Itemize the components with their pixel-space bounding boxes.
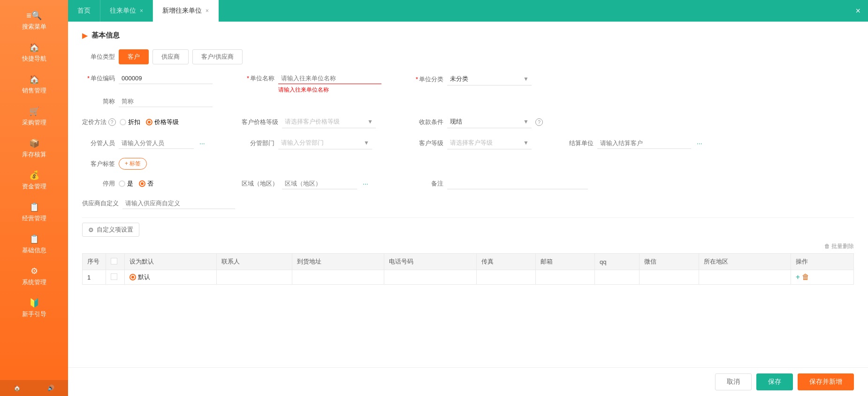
region-label: 区域（地区）: [242, 179, 278, 188]
unit-category-value: 未分类: [450, 75, 521, 83]
disabled-no-option[interactable]: 否: [139, 179, 153, 188]
disabled-yes-option[interactable]: 是: [119, 179, 133, 188]
dept-label: 分管部门: [242, 139, 274, 148]
sidebar-item-label: 搜索菜单: [22, 23, 46, 31]
type-btn-customer[interactable]: 客户: [119, 49, 149, 64]
add-tag-button[interactable]: + 标签: [119, 158, 147, 170]
inventory-icon: 📦: [29, 138, 39, 148]
pricing-level-option[interactable]: 价格等级: [146, 118, 179, 126]
newbie-icon: 🔰: [29, 298, 39, 308]
customer-price-arrow: ▼: [367, 118, 373, 125]
select-all-checkbox[interactable]: [111, 258, 117, 264]
type-btn-both[interactable]: 客户/供应商: [192, 49, 243, 64]
supplier-custom-row: 供应商自定义: [82, 198, 854, 209]
sidebar-item-basic[interactable]: 📋 基础信息: [0, 228, 68, 260]
sidebar-home-button[interactable]: 🏠: [0, 380, 34, 396]
sidebar-item-system[interactable]: ⚙ 系统管理: [0, 260, 68, 292]
content-area: ▶ 基本信息 单位类型 客户 供应商 客户/供应商 *单位编码 *单位: [68, 22, 868, 367]
cancel-button[interactable]: 取消: [715, 373, 752, 390]
delete-row-button[interactable]: 🗑: [802, 273, 809, 281]
pricing-hint-icon[interactable]: ?: [108, 118, 116, 126]
pricing-radio-group: 折扣 价格等级: [120, 118, 179, 126]
save-and-add-button[interactable]: 保存并新增: [798, 373, 854, 390]
sidebar-item-newbie[interactable]: 🔰 新手引导: [0, 292, 68, 324]
col-wechat: 微信: [640, 254, 699, 270]
tags-group: 客户标签 + 标签: [82, 158, 854, 170]
default-radio-circle[interactable]: [129, 274, 136, 280]
unit-type-buttons: 客户 供应商 客户/供应商: [119, 49, 243, 64]
pricing-level-radio[interactable]: [146, 119, 152, 125]
row-address: [292, 270, 384, 285]
unit-category-select[interactable]: 未分类 ▼: [447, 73, 532, 85]
payment-hint-icon[interactable]: ?: [535, 118, 543, 126]
region-more-btn[interactable]: ···: [361, 180, 370, 187]
pricing-group: 定价方法 ? 折扣 价格等级: [82, 118, 223, 126]
row-contact: [217, 270, 292, 285]
tab-contacts-close[interactable]: ×: [140, 8, 143, 14]
custom-settings-button[interactable]: ⚙ 自定义项设置: [82, 223, 139, 237]
col-qq: qq: [595, 254, 640, 270]
basic-icon: 📋: [29, 234, 39, 244]
sidebar-item-label: 基础信息: [22, 246, 46, 255]
row-default-radio[interactable]: 默认: [129, 273, 212, 281]
sidebar-item-label: 资金管理: [22, 182, 46, 191]
row-checkbox: [106, 270, 125, 285]
tab-new-contact-close[interactable]: ×: [206, 8, 209, 14]
tab-contacts[interactable]: 往来单位 ×: [100, 0, 153, 22]
row-phone: [384, 270, 476, 285]
tab-contacts-label: 往来单位: [110, 7, 136, 15]
batch-delete-label[interactable]: 批量删除: [831, 243, 854, 249]
remark-label: 备注: [411, 179, 443, 188]
settlement-more-btn[interactable]: ···: [695, 140, 704, 147]
search-icon: ≡🔍: [26, 10, 42, 21]
sidebar-item-operations[interactable]: 📋 经营管理: [0, 196, 68, 228]
sidebar-item-finance[interactable]: 💰 资金管理: [0, 164, 68, 196]
customer-price-select[interactable]: 请选择客户价格等级 ▼: [282, 116, 376, 128]
dept-group: 分管部门 请输入分管部门 ▼: [242, 137, 392, 149]
sidebar-item-label: 销售管理: [22, 86, 46, 95]
sidebar-sound-button[interactable]: 🔊: [34, 380, 69, 396]
row-select-checkbox[interactable]: [111, 273, 117, 280]
customer-level-select[interactable]: 请选择客户等级 ▼: [447, 137, 532, 149]
customer-price-label: 客户价格等级: [242, 118, 278, 126]
row-fax: [476, 270, 535, 285]
unit-code-input[interactable]: [119, 73, 213, 84]
sidebar-item-quicknav[interactable]: 🏠 快捷导航: [0, 37, 68, 69]
row-region: [699, 270, 791, 285]
manager-input[interactable]: [119, 138, 194, 149]
pricing-discount-radio[interactable]: [120, 119, 126, 125]
sidebar-item-search[interactable]: ≡🔍 搜索菜单: [0, 5, 68, 37]
add-row-button[interactable]: +: [796, 273, 800, 281]
customer-price-group: 客户价格等级 请选择客户价格等级 ▼: [242, 116, 392, 128]
payment-terms-select[interactable]: 现结 ▼: [447, 116, 532, 128]
pricing-discount-option[interactable]: 折扣: [120, 118, 140, 126]
unit-name-input[interactable]: [278, 73, 381, 84]
manager-more-btn[interactable]: ···: [198, 140, 207, 147]
region-input[interactable]: [282, 178, 357, 189]
sidebar-item-purchase[interactable]: 🛒 采购管理: [0, 101, 68, 132]
unit-type-label: 单位类型: [82, 53, 115, 61]
supplier-custom-input[interactable]: [122, 198, 235, 209]
abbr-input[interactable]: [119, 96, 213, 107]
table-row: 1 默认: [83, 270, 854, 285]
disabled-no-radio[interactable]: [139, 180, 145, 187]
sidebar: ≡🔍 搜索菜单 🏠 快捷导航 🏠 销售管理 🛒 采购管理 📦 库存核算 💰 资金…: [0, 0, 68, 396]
sidebar-item-inventory[interactable]: 📦 库存核算: [0, 132, 68, 164]
unit-category-group: *单位分类 未分类 ▼: [411, 73, 532, 85]
disabled-yes-radio[interactable]: [119, 180, 125, 187]
dept-select[interactable]: 请输入分管部门 ▼: [278, 137, 372, 149]
settlement-input[interactable]: [597, 138, 691, 149]
tab-home[interactable]: 首页: [68, 0, 100, 22]
tab-new-contact[interactable]: 新增往来单位 ×: [153, 0, 219, 22]
row-default: 默认: [125, 270, 217, 285]
save-button[interactable]: 保存: [756, 373, 793, 390]
close-all-button[interactable]: ×: [848, 6, 868, 16]
sidebar-item-sales[interactable]: 🏠 销售管理: [0, 69, 68, 101]
system-icon: ⚙: [30, 266, 38, 276]
contacts-table: 序号 设为默认 联系人 到货地址 电话号码 传真 邮箱 qq 微信 所在地区 操…: [82, 253, 854, 285]
manager-label: 分管人员: [82, 139, 115, 148]
remark-input[interactable]: [447, 178, 588, 189]
type-btn-supplier[interactable]: 供应商: [152, 49, 189, 64]
disabled-label: 停用: [82, 179, 115, 188]
customer-level-arrow: ▼: [523, 140, 529, 146]
